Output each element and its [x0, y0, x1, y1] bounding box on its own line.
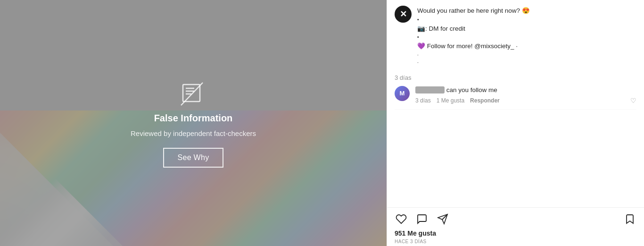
newspaper-blocked-icon	[179, 79, 207, 107]
caption-line-2: 📷: DM for credit	[417, 24, 636, 34]
svg-rect-0	[183, 85, 200, 102]
bookmark-icon	[624, 213, 636, 225]
commenter-username-blurred: Mx_maxi	[415, 86, 445, 93]
commenter-avatar: M	[395, 86, 410, 101]
comment-actions: 3 días 1 Me gusta Responder ♡	[415, 97, 636, 104]
caption-bullet-1: •	[417, 16, 636, 24]
false-info-title: False Information	[154, 113, 233, 124]
caption-line-1: Would you rather be here right now? 😍	[417, 6, 636, 16]
caption-bullet-2: •	[417, 34, 636, 41]
comment-time: 3 días	[415, 97, 431, 104]
time-ago-caption: 3 días	[395, 74, 636, 81]
false-info-overlay: False Information Reviewed by independen…	[0, 0, 387, 246]
like-button[interactable]	[395, 212, 408, 226]
action-bar: 951 Me gusta HACE 3 DÍAS	[387, 207, 644, 246]
comments-panel: ✕ Would you rather be here right now? 😍 …	[387, 0, 644, 246]
post-date: HACE 3 DÍAS	[395, 239, 636, 244]
likes-count: 951 Me gusta	[395, 229, 636, 237]
avatar-letter: ✕	[400, 9, 407, 19]
comment-icon	[416, 213, 428, 225]
commenter-avatar-letter: M	[400, 90, 405, 97]
comments-list: ✕ Would you rather be here right now? 😍 …	[387, 0, 644, 207]
see-why-button[interactable]: See Why	[163, 148, 223, 168]
false-info-subtitle: Reviewed by independent fact-checkers	[131, 129, 256, 137]
comment-heart-icon[interactable]: ♡	[630, 97, 636, 104]
send-icon	[437, 213, 448, 225]
comment-likes: 1 Me gusta	[437, 97, 464, 104]
share-button[interactable]	[436, 212, 449, 226]
comment-body: Mx_maxi can you follow me 3 días 1 Me gu…	[415, 86, 636, 104]
heart-icon	[396, 213, 407, 225]
caption-dot-2: ·	[417, 59, 636, 67]
action-icons-row	[395, 212, 636, 226]
comment-button[interactable]	[415, 212, 429, 226]
post-avatar: ✕	[395, 6, 412, 23]
caption-dot-1: ·	[417, 51, 636, 59]
post-caption: ✕ Would you rather be here right now? 😍 …	[395, 6, 636, 67]
caption-line-3: 💜 Follow for more! @mixsociety_ ·	[417, 41, 636, 51]
comment-row: M Mx_maxi can you follow me 3 días 1 Me …	[395, 86, 636, 104]
caption-text: Would you rather be here right now? 😍 • …	[417, 6, 636, 67]
comment-divider	[395, 109, 636, 112]
comment-reply-button[interactable]: Responder	[470, 97, 500, 104]
comment-content: can you follow me	[446, 86, 497, 93]
comment-text: Mx_maxi can you follow me	[415, 86, 636, 95]
bookmark-button[interactable]	[623, 212, 636, 226]
false-info-panel: False Information Reviewed by independen…	[0, 0, 387, 246]
